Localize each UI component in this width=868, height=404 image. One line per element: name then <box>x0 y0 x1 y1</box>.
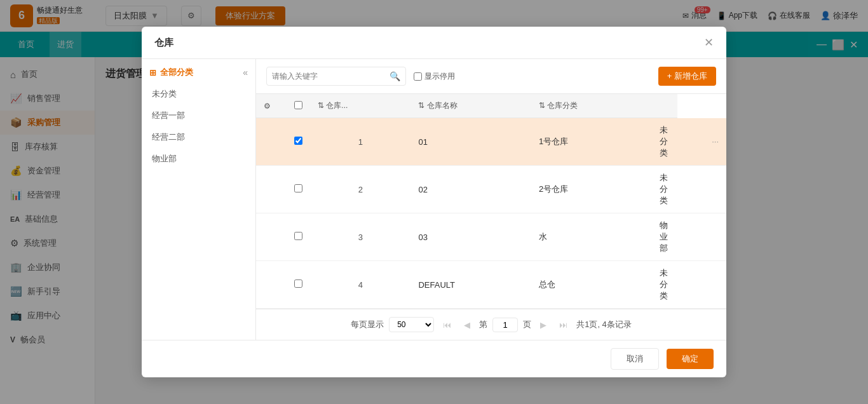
modal-footer: 取消 确定 <box>142 340 726 377</box>
content-panel: 🔍 显示停用 + 新增仓库 ⚙ <box>256 59 726 340</box>
col-name-label: 仓库名称 <box>427 101 458 110</box>
toolbar: 🔍 显示停用 + 新增仓库 <box>256 59 726 94</box>
row-gear-cell <box>256 261 287 309</box>
th-checkbox <box>287 94 310 118</box>
search-box[interactable]: 🔍 <box>266 67 406 86</box>
th-gear: ⚙ <box>256 94 287 118</box>
row-gear-cell <box>256 118 287 166</box>
add-warehouse-button[interactable]: + 新增仓库 <box>658 67 716 86</box>
per-page-label: 每页显示 <box>351 319 384 330</box>
row-checkbox[interactable] <box>294 137 302 145</box>
row-checkbox[interactable] <box>294 184 302 192</box>
row-checkbox[interactable] <box>294 279 302 288</box>
row-category: 未分类 <box>652 118 677 166</box>
row-category: 未分类 <box>652 261 677 309</box>
row-category: 物业部 <box>652 213 677 261</box>
row-code: 01 <box>410 118 531 166</box>
last-page-button[interactable]: ⏭ <box>555 319 571 331</box>
th-actions <box>652 94 677 118</box>
th-code: ⇅ 仓库... <box>310 94 410 118</box>
row-name: 总仓 <box>531 261 652 309</box>
show-disabled-label: 显示停用 <box>424 71 455 82</box>
row-checkbox-cell[interactable] <box>287 213 310 261</box>
category-item-label-3: 物业部 <box>152 154 177 163</box>
modal-overlay: 仓库 ✕ ⊞ 全部分类 « 未分类 经营一部 <box>0 0 868 404</box>
row-actions-button[interactable] <box>677 261 726 309</box>
category-item-ops1[interactable]: 经营一部 <box>142 105 255 126</box>
row-category: 未分类 <box>652 166 677 213</box>
category-item-label-1: 经营一部 <box>152 111 185 120</box>
category-header: ⊞ 全部分类 « <box>142 67 255 83</box>
row-code: 02 <box>410 166 531 213</box>
table-body: 1 01 1号仓库 未分类 ··· 2 02 2号仓库 未分类 3 03 水 物… <box>256 118 726 309</box>
table-area: ⚙ ⇅ 仓库... ⇅ <box>256 94 726 309</box>
row-gear-cell <box>256 213 287 261</box>
row-checkbox-cell[interactable] <box>287 261 310 309</box>
page-number-input[interactable] <box>492 318 518 332</box>
modal-body: ⊞ 全部分类 « 未分类 经营一部 经营二部 物业部 <box>142 59 726 340</box>
confirm-button[interactable]: 确定 <box>667 349 714 369</box>
table-row[interactable]: 1 01 1号仓库 未分类 ··· <box>256 118 726 166</box>
row-name: 1号仓库 <box>531 118 652 166</box>
col-category-label: 仓库分类 <box>547 101 578 110</box>
row-code: DEFAULT <box>410 261 531 309</box>
row-name: 2号仓库 <box>531 166 652 213</box>
per-page-select[interactable]: 50 100 200 <box>389 317 434 332</box>
row-checkbox-cell[interactable] <box>287 166 310 213</box>
cancel-button[interactable]: 取消 <box>611 348 659 370</box>
sort-icon: ⇅ <box>318 101 324 110</box>
show-disabled-checkbox[interactable] <box>414 72 422 81</box>
category-item-ops2[interactable]: 经营二部 <box>142 126 255 148</box>
row-code: 03 <box>410 213 531 261</box>
table-gear-icon[interactable]: ⚙ <box>264 102 271 111</box>
show-disabled-toggle[interactable]: 显示停用 <box>414 71 455 82</box>
collapse-panel-button[interactable]: « <box>243 67 248 77</box>
category-item-label-0: 未分类 <box>152 89 177 98</box>
all-categories-label: 全部分类 <box>160 67 193 78</box>
row-gear-cell <box>256 166 287 213</box>
modal-title: 仓库 <box>154 37 173 49</box>
search-input[interactable] <box>272 72 390 81</box>
row-name: 水 <box>531 213 652 261</box>
col-code-label: 仓库... <box>326 101 348 110</box>
table-row[interactable]: 2 02 2号仓库 未分类 <box>256 166 726 213</box>
page-label: 第 <box>479 319 487 330</box>
category-item-property[interactable]: 物业部 <box>142 148 255 170</box>
modal-close-button[interactable]: ✕ <box>704 36 714 50</box>
row-actions-button[interactable]: ··· <box>677 118 726 166</box>
row-num: 2 <box>310 166 410 213</box>
th-category: ⇅ 仓库分类 <box>531 94 652 118</box>
all-categories-button[interactable]: ⊞ 全部分类 <box>149 67 193 78</box>
modal-header: 仓库 ✕ <box>142 27 726 59</box>
row-checkbox-cell[interactable] <box>287 118 310 166</box>
row-num: 1 <box>310 118 410 166</box>
table-header: ⚙ ⇅ 仓库... ⇅ <box>256 94 726 118</box>
warehouse-modal: 仓库 ✕ ⊞ 全部分类 « 未分类 经营一部 <box>142 27 726 377</box>
table-row[interactable]: 4 DEFAULT 总仓 未分类 <box>256 261 726 309</box>
row-num: 4 <box>310 261 410 309</box>
sort-icon-cat: ⇅ <box>539 101 545 110</box>
pagination: 每页显示 50 100 200 ⏮ ◀ 第 页 ▶ ⏭ 共1页, 4条记录 <box>256 309 726 340</box>
sort-icon-name: ⇅ <box>418 101 424 110</box>
category-item-label-2: 经营二部 <box>152 132 185 142</box>
table-row[interactable]: 3 03 水 物业部 <box>256 213 726 261</box>
warehouse-table: ⚙ ⇅ 仓库... ⇅ <box>256 94 726 309</box>
row-num: 3 <box>310 213 410 261</box>
category-panel: ⊞ 全部分类 « 未分类 经营一部 经营二部 物业部 <box>142 59 256 340</box>
page-unit-label: 页 <box>523 319 531 330</box>
total-records-label: 共1页, 4条记录 <box>576 319 632 330</box>
row-checkbox[interactable] <box>294 232 302 240</box>
th-name: ⇅ 仓库名称 <box>410 94 531 118</box>
category-item-unclassified[interactable]: 未分类 <box>142 83 255 105</box>
grid-icon: ⊞ <box>149 68 156 77</box>
first-page-button[interactable]: ⏮ <box>439 319 455 331</box>
row-actions-button[interactable] <box>677 166 726 213</box>
select-all-checkbox[interactable] <box>294 101 302 109</box>
row-actions-button[interactable] <box>677 213 726 261</box>
search-icon[interactable]: 🔍 <box>390 71 400 81</box>
prev-page-button[interactable]: ◀ <box>460 319 474 331</box>
next-page-button[interactable]: ▶ <box>536 319 550 331</box>
